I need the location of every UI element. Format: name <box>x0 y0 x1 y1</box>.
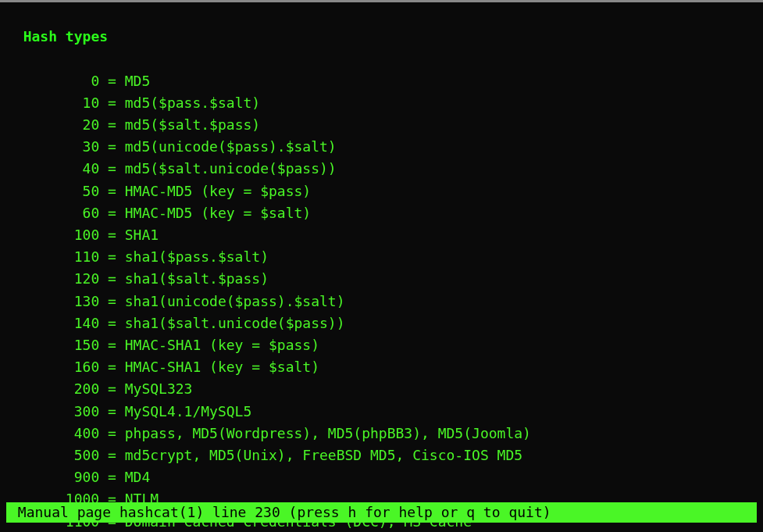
hash-type-row: 500 = md5crypt, MD5(Unix), FreeBSD MD5, … <box>6 445 757 466</box>
hash-type-desc: SHA1 <box>125 227 159 243</box>
hash-type-row: 140 = sha1($salt.unicode($pass)) <box>6 312 757 334</box>
hash-type-row: 110 = sha1($pass.$salt) <box>6 246 757 268</box>
hash-type-row: 160 = HMAC-SHA1 (key = $salt) <box>6 356 757 378</box>
hash-type-desc: MD5 <box>125 73 151 89</box>
terminal-output: Hash types 0 = MD5 10 = md5($pass.$salt)… <box>0 2 763 532</box>
section-header: Hash types <box>23 28 108 45</box>
hash-type-id: 40 <box>83 160 100 177</box>
hash-type-id: 100 <box>74 227 100 243</box>
hash-type-desc: md5crypt, MD5(Unix), FreeBSD MD5, Cisco-… <box>125 447 522 463</box>
hash-type-id: 50 <box>83 183 100 199</box>
hash-type-id: 140 <box>74 315 100 331</box>
hash-type-list: 0 = MD5 10 = md5($pass.$salt) 20 = md5($… <box>6 70 757 532</box>
hash-type-desc: MD4 <box>125 469 151 485</box>
hash-type-desc: md5($salt.$pass) <box>125 116 260 133</box>
hash-type-row: 40 = md5($salt.unicode($pass)) <box>6 158 757 180</box>
hash-type-desc: md5($pass.$salt) <box>125 95 260 111</box>
hash-type-id: 60 <box>83 205 100 221</box>
hash-type-row: 120 = sha1($salt.$pass) <box>6 268 757 290</box>
hash-type-id: 130 <box>74 293 100 309</box>
hash-type-id: 10 <box>83 95 100 111</box>
hash-type-desc: phpass, MD5(Wordpress), MD5(phpBB3), MD5… <box>125 425 531 441</box>
hash-type-desc: sha1($pass.$salt) <box>125 248 269 265</box>
hash-type-id: 110 <box>74 248 100 265</box>
hash-type-id: 0 <box>91 73 99 89</box>
hash-type-desc: MySQL4.1/MySQL5 <box>125 403 252 420</box>
hash-type-desc: sha1($salt.unicode($pass)) <box>125 315 345 331</box>
hash-type-id: 200 <box>74 380 100 397</box>
hash-type-desc: md5(unicode($pass).$salt) <box>125 138 337 155</box>
hash-type-row: 60 = HMAC-MD5 (key = $salt) <box>6 202 757 224</box>
hash-type-id: 20 <box>83 116 100 133</box>
hash-type-row: 10 = md5($pass.$salt) <box>6 92 757 114</box>
hash-type-id: 160 <box>74 359 100 375</box>
hash-type-desc: HMAC-SHA1 (key = $pass) <box>125 337 319 353</box>
hash-type-desc: sha1($salt.$pass) <box>125 270 269 287</box>
hash-type-row: 200 = MySQL323 <box>6 378 757 400</box>
hash-type-row: 30 = md5(unicode($pass).$salt) <box>6 136 757 158</box>
hash-type-row: 20 = md5($salt.$pass) <box>6 114 757 136</box>
hash-type-desc: HMAC-MD5 (key = $salt) <box>125 205 311 221</box>
hash-type-desc: MySQL323 <box>125 380 193 397</box>
hash-type-row: 50 = HMAC-MD5 (key = $pass) <box>6 180 757 202</box>
hash-type-id: 300 <box>74 403 100 420</box>
hash-type-row: 130 = sha1(unicode($pass).$salt) <box>6 291 757 312</box>
hash-type-id: 400 <box>74 425 100 441</box>
hash-type-id: 500 <box>74 447 100 463</box>
hash-type-desc: HMAC-MD5 (key = $pass) <box>125 183 311 199</box>
hash-type-desc: md5($salt.unicode($pass)) <box>125 160 337 177</box>
hash-type-desc: sha1(unicode($pass).$salt) <box>125 293 345 309</box>
man-pager-status[interactable]: Manual page hashcat(1) line 230 (press h… <box>6 502 757 523</box>
hash-type-id: 900 <box>74 469 100 485</box>
hash-type-row: 400 = phpass, MD5(Wordpress), MD5(phpBB3… <box>6 423 757 445</box>
hash-type-row: 100 = SHA1 <box>6 224 757 246</box>
hash-type-row: 900 = MD4 <box>6 466 757 488</box>
hash-type-row: 0 = MD5 <box>6 70 757 92</box>
hash-type-id: 150 <box>74 337 100 353</box>
hash-type-id: 30 <box>83 138 100 155</box>
hash-type-id: 120 <box>74 270 100 287</box>
hash-type-row: 300 = MySQL4.1/MySQL5 <box>6 401 757 423</box>
hash-type-row: 150 = HMAC-SHA1 (key = $pass) <box>6 334 757 356</box>
hash-type-desc: HMAC-SHA1 (key = $salt) <box>125 359 319 375</box>
